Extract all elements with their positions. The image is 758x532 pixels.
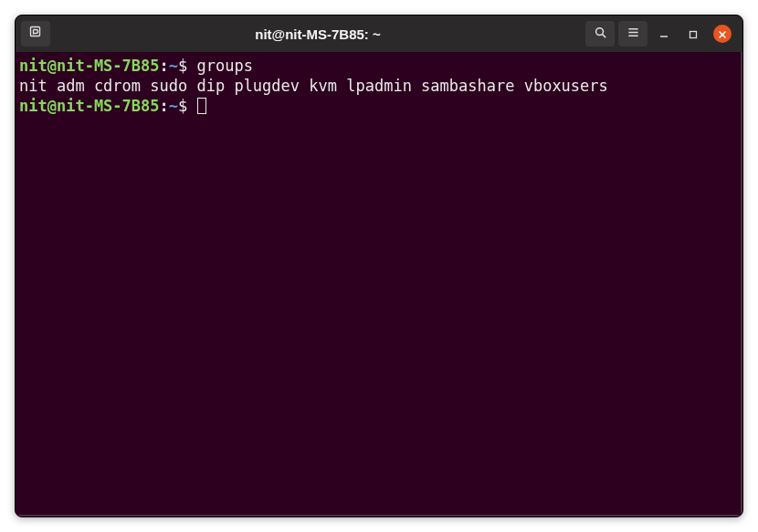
cursor [197, 98, 206, 114]
command-output: nit adm cdrom sudo dip plugdev kvm lpadm… [19, 76, 737, 96]
terminal-body[interactable]: nit@nit-MS-7B85:~$ groupsnit adm cdrom s… [16, 52, 742, 516]
titlebar: nit@nit-MS-7B85: ~ [16, 16, 742, 52]
svg-point-1 [595, 27, 603, 35]
maximize-button[interactable] [684, 25, 702, 43]
terminal-line: nit@nit-MS-7B85:~$ groups [19, 56, 737, 76]
command-text: groups [197, 57, 253, 75]
prompt-colon: : [160, 97, 169, 115]
search-icon [594, 26, 607, 43]
close-button[interactable] [713, 25, 732, 43]
hamburger-icon [626, 26, 640, 43]
search-button[interactable] [585, 21, 615, 47]
window-controls [651, 25, 737, 43]
prompt-user-host: nit@nit-MS-7B85 [19, 97, 160, 115]
terminal-window: nit@nit-MS-7B85: ~ [15, 15, 743, 517]
prompt-colon: : [160, 57, 169, 75]
close-icon [718, 26, 727, 43]
new-tab-icon [28, 25, 43, 43]
window-title: nit@nit-MS-7B85: ~ [54, 26, 582, 42]
prompt-path: ~ [169, 57, 178, 75]
maximize-icon [689, 26, 698, 43]
prompt-dollar: $ [178, 57, 196, 75]
prompt-user-host: nit@nit-MS-7B85 [19, 57, 160, 75]
new-tab-button[interactable] [21, 21, 50, 47]
menu-button[interactable] [618, 21, 647, 47]
svg-line-2 [602, 34, 605, 37]
prompt-dollar: $ [178, 97, 196, 115]
svg-rect-7 [690, 31, 697, 37]
terminal-line: nit@nit-MS-7B85:~$ [19, 96, 737, 116]
prompt-path: ~ [169, 97, 178, 115]
minimize-button[interactable] [655, 25, 673, 43]
minimize-icon [659, 26, 669, 43]
